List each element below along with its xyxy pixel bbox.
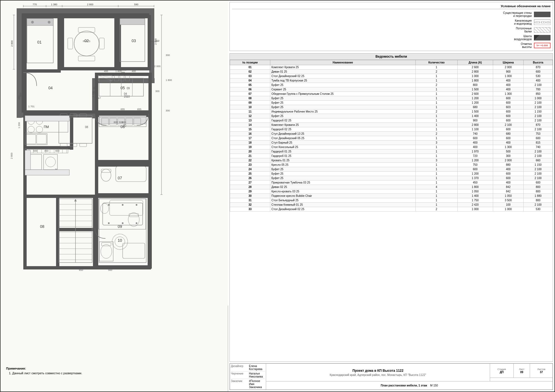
svg-rect-39 [95, 163, 152, 167]
notes-item-1: 1. Данный лист смотреть совместно с разв… [9, 371, 223, 375]
table-row: 01Комплект Кровати 2512 6002 000870 [230, 65, 553, 70]
plan-title: План расстановки мебели, 1 этаж [381, 384, 427, 387]
col-header-pos: № позиции [230, 60, 270, 65]
sheets-value: 37 [531, 371, 552, 374]
svg-text:255: 255 [121, 71, 125, 74]
client-label: Заказчик [231, 380, 248, 389]
svg-text:480: 480 [19, 93, 22, 97]
svg-text:10: 10 [127, 95, 130, 98]
svg-rect-33 [70, 114, 73, 150]
legend-walls-text: Существующие стеныи перегородки [503, 11, 532, 17]
svg-point-206 [136, 222, 137, 224]
legend-beams-text: Потолочныебалки [516, 27, 532, 33]
stage-value: ДП [491, 371, 513, 374]
legend-item-pipes: Канализацияи водопровод [232, 19, 551, 25]
legend-item-shaft: Шахтавоздуховодов [232, 35, 551, 41]
table-row: 06Сервант 2511 500400700 [230, 87, 553, 92]
legend-walls-symbol [534, 12, 551, 17]
table-row: 28Диван 02 2541 800842800 [230, 185, 553, 189]
table-row: 18Стул Барный 253400400815 [230, 141, 553, 145]
svg-rect-49 [95, 195, 152, 198]
svg-rect-43 [23, 195, 27, 269]
legend-height-text: Отметкавысоты [521, 42, 532, 49]
svg-text:2 800: 2 800 [10, 153, 13, 159]
svg-text:ПМ: ПМ [44, 125, 49, 129]
svg-text:650: 650 [79, 269, 83, 271]
svg-rect-37 [95, 160, 152, 163]
table-row: 21Гардероб 01 2517203002 100 [230, 154, 553, 158]
svg-text:25: 25 [124, 95, 127, 98]
svg-rect-19 [61, 67, 118, 70]
table-row: 11Индивидуальное Рабочее Место 2521 5006… [230, 110, 553, 114]
svg-rect-6 [17, 8, 154, 13]
table-row: 32Стеллаж Книжный 01 2512 4201002 100 [230, 203, 553, 207]
svg-rect-75 [120, 19, 145, 25]
furniture-table-container: Ведомость мебели № позиции Наименование … [229, 53, 553, 362]
svg-text:800: 800 [122, 121, 126, 124]
svg-rect-29 [95, 110, 152, 114]
table-row: 26Буфет 2511 3706002 100 [230, 176, 553, 180]
legend-height-symbol: h= +0.000 [534, 43, 551, 48]
svg-text:770: 770 [32, 3, 37, 6]
svg-rect-187 [25, 150, 31, 170]
svg-text:1 800: 1 800 [115, 70, 122, 73]
col-header-qty: Количество [415, 60, 457, 65]
svg-rect-52 [95, 265, 152, 269]
sheets-label: Листов [531, 368, 552, 371]
svg-rect-22 [148, 15, 151, 70]
svg-point-202 [122, 204, 123, 206]
svg-rect-25 [23, 110, 98, 114]
table-row: 05Буфет 2528004002 100 [230, 83, 553, 87]
table-row: 29Кресло-кровать 03 2511 050842800 [230, 189, 553, 194]
stage-label: Стадия [491, 368, 513, 371]
svg-rect-223 [534, 20, 551, 25]
svg-text:R=525: R=525 [83, 40, 90, 43]
svg-text:08: 08 [40, 224, 44, 229]
svg-text:300: 300 [166, 109, 170, 112]
table-row: 15Гардероб 02 2511 1006002 100 [230, 127, 553, 132]
legend-area: Условные обозначения на плане Существующ… [229, 2, 553, 51]
svg-rect-7 [17, 8, 22, 118]
legend-item-beams: Потолочныебалки [232, 27, 551, 33]
svg-rect-184 [25, 170, 69, 175]
svg-rect-17 [61, 15, 64, 70]
legend-item-height: Отметкавысоты h= +0.000 [232, 42, 551, 49]
col-header-width: Ширина [493, 60, 523, 65]
svg-text:655: 655 [137, 108, 141, 111]
designer-label: Дизайнер [231, 365, 248, 371]
table-row: 23Кресло 05 2517508801 150 [230, 163, 553, 167]
svg-point-66 [31, 21, 34, 24]
legend-pipes-text: Канализацияи водопровод [514, 19, 532, 25]
svg-text:2 800: 2 800 [87, 3, 94, 6]
table-row: 17Стол Дизайнерский 05 251600600600 [230, 136, 553, 141]
table-row: 30Подвесное кресло Bubble Chair11 4001 0… [230, 194, 553, 198]
drafter-label: Черчение [231, 372, 248, 378]
col-header-name: Наименование [270, 60, 415, 65]
col-header-length: Длина (А) [457, 60, 493, 65]
svg-text:03: 03 [132, 39, 136, 43]
svg-rect-181 [25, 116, 69, 121]
svg-text:01: 01 [37, 40, 42, 44]
svg-text:600: 600 [33, 149, 37, 152]
legend-item-walls: Существующие стеныи перегородки [232, 11, 551, 17]
notes-title: Примечания: [6, 367, 223, 370]
svg-text:590: 590 [134, 3, 138, 6]
svg-text:2 000: 2 000 [154, 65, 161, 68]
svg-rect-47 [56, 228, 96, 231]
furniture-table-title: Ведомость мебели [230, 54, 553, 60]
table-row: 12Буфет 2511 4006002 100 [230, 114, 553, 118]
drafter-value: Наталья Николаева [249, 372, 265, 378]
svg-rect-18 [114, 15, 118, 70]
svg-rect-50 [95, 195, 98, 267]
table-row: 19Стол Консольный 2514001 300740 [230, 145, 553, 149]
svg-rect-51 [148, 195, 152, 267]
svg-rect-14 [23, 69, 61, 73]
project-subtitle: Краснодарский край, Адлерский район, пос… [268, 373, 488, 376]
svg-text:08: 08 [85, 126, 88, 129]
svg-rect-24 [23, 73, 27, 113]
svg-text:09: 09 [127, 87, 130, 90]
svg-text:04: 04 [48, 86, 53, 90]
svg-point-67 [48, 21, 51, 24]
svg-rect-28 [148, 73, 152, 113]
svg-rect-15 [57, 15, 61, 70]
